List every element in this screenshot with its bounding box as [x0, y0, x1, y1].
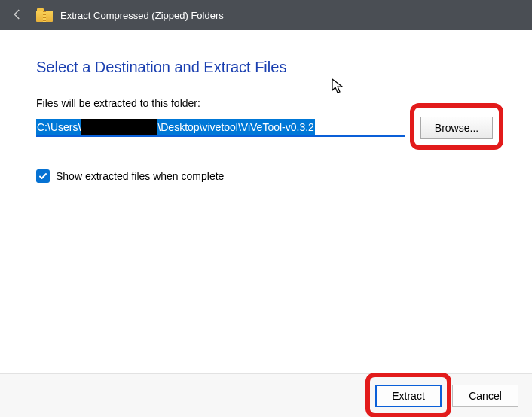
- path-suffix: \Desktop\vivetool\ViVeTool-v0.3.2: [157, 119, 315, 135]
- path-redacted: [81, 119, 157, 135]
- destination-path-input[interactable]: C:\Users\\Desktop\vivetool\ViVeTool-v0.3…: [36, 119, 405, 137]
- destination-label: Files will be extracted to this folder:: [36, 97, 496, 109]
- cancel-button[interactable]: Cancel: [452, 385, 518, 407]
- show-files-checkbox[interactable]: [36, 169, 50, 183]
- extract-button[interactable]: Extract: [375, 385, 442, 407]
- zipped-folder-icon: [36, 8, 53, 22]
- dialog-footer: Extract Cancel: [0, 373, 532, 417]
- path-prefix: C:\Users\: [36, 119, 81, 135]
- page-heading: Select a Destination and Extract Files: [36, 59, 496, 76]
- browse-button[interactable]: Browse...: [420, 117, 493, 139]
- show-files-label: Show extracted files when complete: [56, 170, 224, 182]
- back-arrow-icon[interactable]: [6, 5, 29, 26]
- titlebar: Extract Compressed (Zipped) Folders: [0, 0, 532, 30]
- wizard-content: Select a Destination and Extract Files F…: [0, 30, 532, 183]
- window-title: Extract Compressed (Zipped) Folders: [60, 10, 224, 21]
